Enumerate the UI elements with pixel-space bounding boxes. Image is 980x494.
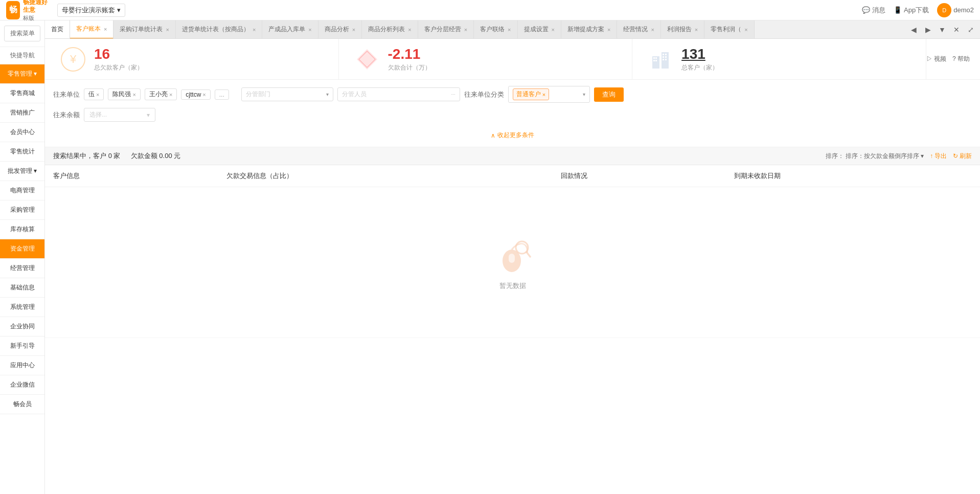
dept-arrow-icon: ▾ — [326, 92, 329, 97]
refresh-btn[interactable]: ↻ 刷新 — [953, 152, 972, 161]
close-tag-wu[interactable]: × — [96, 92, 99, 98]
sidebar-item-wholesale[interactable]: 批发管理 ▾ — [0, 162, 44, 181]
sidebar-item-new-guide[interactable]: 新手引导 — [0, 336, 44, 356]
result-actions: 排序： 排序：按欠款金额倒序排序 ▾ ↑ 导出 ↻ 刷新 — [826, 152, 972, 161]
tab-close-tip[interactable]: × — [552, 27, 555, 33]
tab-close-tip-plan[interactable]: × — [607, 27, 610, 33]
tab-tip-settings[interactable]: 提成设置 × — [518, 20, 561, 39]
message-btn[interactable]: 💬 消息 — [862, 6, 885, 15]
total-customers-value: 131 — [681, 46, 718, 62]
credit-amount-icon — [354, 47, 380, 72]
expand-btn[interactable]: ⤢ — [964, 23, 978, 37]
dept-placeholder: 分管部门 — [246, 90, 326, 99]
tab-close-account-book[interactable]: × — [104, 26, 107, 32]
sidebar-item-member[interactable]: 畅会员 — [0, 395, 44, 414]
search-button[interactable]: 查询 — [594, 87, 624, 102]
unit-type-select[interactable]: 普通客户 × ▾ — [508, 86, 590, 103]
tab-customer-tier[interactable]: 客户分层经营 × — [418, 20, 474, 39]
filter-tag-more[interactable]: ... — [215, 89, 229, 100]
close-tag-chen[interactable]: × — [132, 92, 135, 98]
credit-customers-label: 总欠款客户（家） — [94, 63, 143, 72]
tab-inventory-stats[interactable]: 进货单统计表（按商品） × — [176, 20, 262, 39]
sidebar-item-sys[interactable]: 系统管理 — [0, 298, 44, 317]
tab-account-book[interactable]: 客户账本 × — [70, 20, 113, 39]
tab-close-goods-list[interactable]: × — [408, 27, 411, 33]
video-help-link[interactable]: ▷ 视频 — [926, 55, 946, 63]
tab-goods-analysis[interactable]: 商品分析 × — [318, 20, 362, 39]
empty-state: 暂无数据 — [53, 193, 972, 331]
close-unit-type-tag[interactable]: × — [542, 92, 545, 98]
svg-marker-0 — [357, 49, 377, 70]
svg-rect-9 — [665, 54, 667, 55]
tab-menu-btn[interactable]: ▼ — [935, 23, 949, 37]
tab-close-goods[interactable]: × — [352, 27, 355, 33]
tab-close-profit[interactable]: × — [695, 27, 698, 33]
filter-tag-wu[interactable]: 伍 × — [84, 88, 104, 100]
collapse-filters-btn[interactable]: ∧ 收起更多条件 — [491, 128, 534, 143]
tab-retail-profit[interactable]: 零售利润（ × — [704, 20, 754, 39]
balance-select[interactable]: 选择... ▾ — [84, 108, 155, 122]
sidebar-item-purchase[interactable]: 采购管理 — [0, 200, 44, 220]
tab-add-tip-plan[interactable]: 新增提成方案 × — [561, 20, 617, 39]
sidebar-item-member-center[interactable]: 会员中心 — [0, 123, 44, 142]
credit-customers-value: 16 — [94, 46, 143, 62]
svg-point-17 — [518, 244, 526, 251]
sidebar-item-capital[interactable]: 资金管理 — [0, 239, 44, 259]
unit-type-tag[interactable]: 普通客户 × — [513, 88, 549, 100]
col-credit-info: 欠款交易信息（占比） — [218, 165, 553, 187]
search-menu-btn[interactable]: 搜索菜单 — [4, 26, 40, 41]
tab-close-purchase[interactable]: × — [166, 27, 169, 33]
sidebar-item-retail-stats[interactable]: 零售统计 — [0, 142, 44, 162]
unit-type-arrow-icon: ▾ — [583, 92, 585, 97]
sidebar-item-basic[interactable]: 基础信息 — [0, 278, 44, 298]
filter-tag-wang[interactable]: 王小亮 × — [145, 88, 177, 100]
tab-close-ops[interactable]: × — [651, 27, 654, 33]
tab-close-tier[interactable]: × — [464, 27, 467, 33]
sidebar-item-marketing[interactable]: 营销推广 — [0, 103, 44, 123]
tab-home[interactable]: 首页 — [45, 20, 70, 39]
close-tag-wang[interactable]: × — [169, 92, 172, 98]
tab-close-retail-profit[interactable]: × — [744, 27, 747, 33]
close-tag-cjttcw[interactable]: × — [202, 92, 206, 98]
quick-nav-btn[interactable]: 快捷导航 — [0, 47, 44, 64]
sidebar: 搜索菜单 快捷导航 零售管理 ▾ 零售商城 营销推广 会员中心 零售统计 批发管… — [0, 20, 45, 494]
sidebar-item-enterprise-wechat[interactable]: 企业微信 — [0, 375, 44, 395]
account-selector[interactable]: 母婴行业演示账套 ▾ — [57, 4, 125, 17]
export-btn[interactable]: ↑ 导出 — [930, 152, 947, 161]
tab-profit-report[interactable]: 利润报告 × — [661, 20, 704, 39]
credit-amount-value: -2.11 — [388, 46, 431, 62]
doc-help-link[interactable]: ? 帮助 — [952, 55, 970, 63]
sidebar-item-ops[interactable]: 经营管理 — [0, 259, 44, 278]
filter-tag-chen[interactable]: 陈民强 × — [108, 88, 140, 100]
tab-goods-analysis-list[interactable]: 商品分析列表 × — [362, 20, 418, 39]
sort-btn[interactable]: 排序： 排序：按欠款金额倒序排序 ▾ — [826, 152, 924, 161]
dept-select[interactable]: 分管部门 ▾ — [241, 87, 333, 101]
sidebar-item-app-center[interactable]: 应用中心 — [0, 356, 44, 375]
sidebar-item-retail-mgmt[interactable]: 零售管理 ▾ — [0, 64, 44, 84]
tab-close-inventory[interactable]: × — [253, 27, 256, 33]
tab-cost-in[interactable]: 产成品入库单 × — [262, 20, 318, 39]
tab-close-cost-in[interactable]: × — [308, 27, 311, 33]
staff-select[interactable]: 分管人员 ··· — [337, 87, 460, 101]
svg-rect-5 — [655, 57, 657, 59]
tab-prev-btn[interactable]: ◀ — [906, 23, 921, 37]
tab-ops-situation[interactable]: 经营情况 × — [617, 20, 660, 39]
tab-purchase-order-stats[interactable]: 采购订单统计表 × — [113, 20, 175, 39]
tab-close-contact[interactable]: × — [508, 27, 511, 33]
filter-tag-cjttcw[interactable]: cjttcw × — [181, 89, 210, 100]
sort-label: 排序： — [826, 152, 844, 161]
logo-area: 畅 畅捷通好生意 标版 — [6, 0, 51, 21]
app-download-btn[interactable]: 📱 App下载 — [894, 6, 929, 15]
sidebar-item-ecom[interactable]: 电商管理 — [0, 181, 44, 200]
sidebar-item-retail-mall[interactable]: 零售商城 — [0, 84, 44, 103]
svg-rect-15 — [509, 254, 515, 263]
sidebar-item-enterprise-coop[interactable]: 企业协同 — [0, 317, 44, 336]
balance-label: 往来余额 — [53, 110, 80, 120]
staff-placeholder: 分管人员 — [342, 90, 451, 99]
svg-rect-13 — [665, 59, 667, 60]
sidebar-item-inventory[interactable]: 库存核算 — [0, 220, 44, 239]
user-menu[interactable]: D demo2 — [937, 3, 974, 17]
tab-next-btn[interactable]: ▶ — [921, 23, 935, 37]
close-all-tabs-btn[interactable]: ✕ — [949, 23, 964, 37]
tab-customer-contact[interactable]: 客户联络 × — [474, 20, 517, 39]
